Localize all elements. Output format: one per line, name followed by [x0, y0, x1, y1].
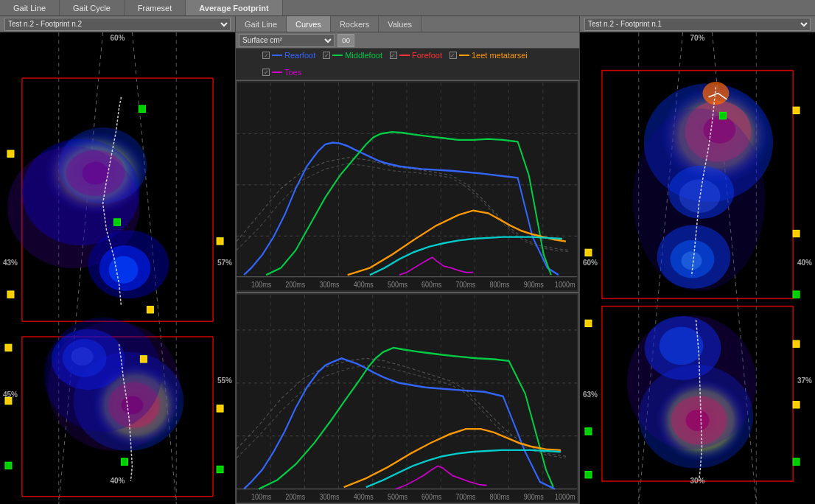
- legend-toes-checkbox[interactable]: ✓: [262, 69, 270, 76]
- legend-rearfoot-line: [272, 55, 282, 56]
- legend-metatarsei-label: 1eet metatarsei: [472, 51, 528, 60]
- svg-text:1000m: 1000m: [555, 492, 576, 501]
- left-panel-select[interactable]: Test n.2 - Footprint n.2: [4, 18, 231, 31]
- svg-rect-115: [793, 291, 800, 298]
- svg-text:300ms: 300ms: [319, 492, 339, 501]
- svg-text:900ms: 900ms: [524, 492, 544, 501]
- svg-point-104: [702, 82, 729, 105]
- svg-text:1000m: 1000m: [555, 280, 576, 289]
- svg-point-122: [627, 315, 756, 449]
- legend-middlefoot-label: Middlefoot: [345, 51, 382, 60]
- legend-toes-label: Toes: [284, 68, 301, 77]
- svg-text:200ms: 200ms: [285, 492, 305, 501]
- svg-text:800ms: 800ms: [489, 492, 509, 501]
- svg-rect-111: [793, 107, 800, 113]
- tab-curves[interactable]: Curves: [287, 16, 331, 32]
- svg-text:200ms: 200ms: [285, 280, 305, 289]
- legend-forefoot: ✓ Forefoot: [390, 51, 442, 60]
- svg-point-21: [109, 256, 139, 283]
- left-lower-left-pct: 45%: [3, 391, 18, 399]
- svg-text:800ms: 800ms: [489, 280, 509, 289]
- legend-middlefoot-checkbox[interactable]: ✓: [323, 52, 330, 59]
- tab-gait-cycle[interactable]: Gait Cycle: [60, 0, 125, 15]
- charts-area: 50 25: [236, 80, 579, 504]
- svg-rect-126: [585, 428, 592, 435]
- svg-rect-25: [217, 238, 223, 245]
- svg-text:500ms: 500ms: [388, 492, 408, 501]
- bottom-chart-area: 100ms 200ms 300ms 400ms 500ms 600ms 700m…: [237, 295, 577, 503]
- legend-row: ✓ Rearfoot ✓ Middlefoot ✓ Forefoot ✓ 1ee…: [236, 49, 579, 80]
- svg-rect-113: [793, 230, 800, 237]
- tab-rockers[interactable]: Rockers: [331, 16, 379, 32]
- tab-gait-line[interactable]: Gait Line: [0, 0, 60, 15]
- svg-rect-42: [5, 462, 12, 469]
- left-heatmap-svg: [0, 32, 235, 504]
- legend-toes: ✓ Toes: [262, 68, 301, 77]
- right-panel-select[interactable]: Test n.2 - Footprint n.1: [584, 18, 811, 31]
- left-top-pct: 60%: [110, 34, 125, 42]
- legend-rearfoot: ✓ Rearfoot: [262, 51, 315, 60]
- tab-avg-footprint[interactable]: Average Footprint: [186, 0, 282, 15]
- right-heatmap-svg: [580, 32, 815, 504]
- svg-rect-43: [217, 466, 223, 472]
- right-panel-header: Test n.2 - Footprint n.1: [580, 16, 815, 32]
- svg-text:700ms: 700ms: [455, 492, 475, 501]
- tab-gait-line-mid[interactable]: Gait Line: [236, 16, 287, 32]
- right-bottom-pct: 30%: [690, 477, 704, 485]
- top-chart-area: 100ms 200ms 300ms 400ms 500ms 600ms 700m…: [237, 83, 577, 290]
- svg-text:500ms: 500ms: [388, 280, 408, 289]
- right-mid-right-pct: 40%: [797, 259, 812, 267]
- legend-metatarsei-line: [459, 55, 469, 56]
- svg-rect-24: [114, 219, 121, 225]
- svg-rect-40: [217, 405, 223, 412]
- svg-text:400ms: 400ms: [354, 492, 374, 501]
- svg-text:400ms: 400ms: [354, 280, 374, 289]
- svg-point-36: [48, 321, 180, 450]
- top-nav: Gait Line Gait Cycle Frameset Average Fo…: [0, 0, 815, 16]
- svg-rect-123: [585, 320, 592, 326]
- surface-dropdown[interactable]: Surface cm²: [239, 34, 335, 47]
- svg-text:900ms: 900ms: [524, 280, 544, 289]
- mid-toolbar: Surface cm² oo: [236, 32, 579, 49]
- svg-rect-26: [7, 291, 14, 298]
- tab-values[interactable]: Values: [379, 16, 422, 32]
- legend-forefoot-line: [399, 55, 410, 56]
- svg-text:700ms: 700ms: [455, 280, 475, 289]
- svg-rect-114: [585, 249, 592, 256]
- top-chart-svg: 100ms 200ms 300ms 400ms 500ms 600ms 700m…: [237, 83, 577, 290]
- svg-rect-125: [793, 402, 800, 408]
- oo-button[interactable]: oo: [337, 34, 354, 47]
- svg-text:600ms: 600ms: [422, 280, 441, 289]
- legend-forefoot-checkbox[interactable]: ✓: [390, 52, 397, 59]
- right-lower-left-pct: 63%: [583, 391, 598, 399]
- svg-point-110: [633, 108, 765, 291]
- legend-forefoot-label: Forefoot: [412, 51, 442, 60]
- svg-rect-23: [7, 150, 14, 157]
- tab-frameset[interactable]: Frameset: [125, 0, 186, 15]
- left-panel-header: Test n.2 - Footprint n.2: [0, 16, 235, 32]
- mid-panel: Gait Line Curves Rockers Values Surface …: [236, 16, 579, 504]
- left-panel: Test n.2 - Footprint n.2: [0, 16, 236, 504]
- svg-text:100ms: 100ms: [251, 492, 271, 501]
- legend-metatarsei-checkbox[interactable]: ✓: [450, 52, 457, 59]
- right-lower-right-pct: 37%: [797, 377, 812, 385]
- svg-rect-27: [147, 307, 153, 313]
- right-panel: Test n.2 - Footprint n.1: [579, 16, 815, 504]
- legend-rearfoot-label: Rearfoot: [284, 51, 315, 60]
- legend-rearfoot-checkbox[interactable]: ✓: [262, 52, 270, 59]
- left-mid-right-pct: 57%: [217, 259, 232, 267]
- left-panel-canvas: 60% 43% 57% 45% 55% 40%: [0, 32, 235, 504]
- legend-metatarsei: ✓ 1eet metatarsei: [450, 51, 528, 60]
- svg-text:300ms: 300ms: [319, 280, 339, 289]
- top-chart: 50 25: [237, 81, 578, 292]
- right-mid-left-pct: 60%: [583, 259, 598, 267]
- left-bottom-pct: 40%: [110, 477, 125, 485]
- svg-rect-22: [139, 105, 145, 112]
- left-lower-right-pct: 55%: [217, 377, 232, 385]
- svg-rect-128: [585, 472, 592, 478]
- svg-rect-37: [5, 344, 12, 351]
- mid-tabs: Gait Line Curves Rockers Values: [236, 16, 579, 32]
- legend-middlefoot: ✓ Middlefoot: [323, 51, 382, 60]
- svg-text:600ms: 600ms: [422, 492, 441, 501]
- left-mid-left-pct: 43%: [3, 259, 18, 267]
